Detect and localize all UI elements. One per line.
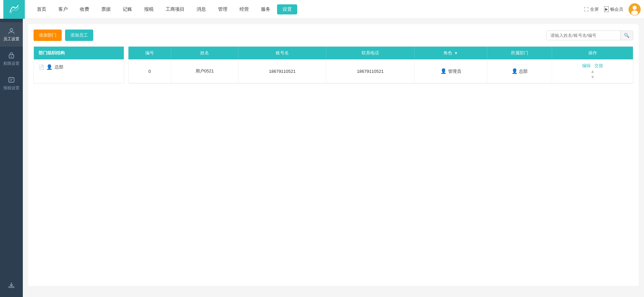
download-icon (7, 281, 15, 289)
role-label: 管理员 (448, 69, 461, 74)
dept-user-icon: 👤 (46, 64, 53, 70)
nav-accounting[interactable]: 记账 (117, 4, 138, 14)
search-icon: 🔍 (624, 33, 630, 38)
vip-icon: ▶ (604, 6, 609, 12)
col-header-account: 账号名 (238, 47, 326, 59)
table-row: 0 用户0521 18679110521 18679110521 👤 管理员 👤 (128, 59, 633, 83)
sidebar-item-employee[interactable]: 员工设置 (0, 22, 23, 47)
sidebar: 员工设置 权限设置 报税设置 (0, 19, 23, 297)
svg-rect-6 (9, 78, 14, 82)
fullscreen-icon: ⛶ (584, 7, 589, 12)
svg-rect-9 (9, 287, 14, 288)
dept-tree-header: 部门组织结构 (34, 47, 124, 59)
edit-button[interactable]: 编辑 (582, 63, 591, 69)
col-header-name: 姓名 (171, 47, 238, 59)
cell-account: 18679110521 (238, 59, 326, 83)
nav-operation[interactable]: 经营 (234, 4, 254, 14)
sidebar-item-download[interactable] (7, 276, 15, 294)
sidebar-taxsettings-label: 报税设置 (3, 85, 19, 91)
fullscreen-label: 全屏 (590, 6, 599, 12)
cell-phone: 18679110521 (326, 59, 414, 83)
permission-icon (7, 51, 15, 59)
employee-icon (7, 27, 15, 35)
nav-message[interactable]: 消息 (191, 4, 211, 14)
dept-name-label: 总部 (55, 64, 63, 70)
sidebar-item-permission[interactable]: 权限设置 (0, 47, 23, 71)
col-header-role: 角色 ▼ (414, 47, 487, 59)
row-scroll-arrows: ▲ ▼ (556, 69, 629, 80)
add-employee-button[interactable]: 添加员工 (65, 30, 93, 41)
svg-point-3 (10, 29, 13, 31)
content-card: 添加部门 添加员工 🔍 部门组织结构 📄 👤 (28, 24, 639, 286)
nav-menu: 首页 客户 收费 票据 记账 报税 工商项目 消息 管理 经营 服务 设置 (25, 4, 584, 14)
nav-invoice[interactable]: 票据 (96, 4, 116, 14)
cell-dept: 👤 总部 (487, 59, 552, 83)
nav-home[interactable]: 首页 (32, 4, 52, 14)
nav-customer[interactable]: 客户 (53, 4, 73, 14)
table-area: 部门组织结构 📄 👤 总部 编号 (34, 46, 633, 84)
dept-tree-body: 📄 👤 总部 (34, 59, 124, 75)
svg-point-1 (633, 6, 637, 10)
data-table-container: 编号 姓名 账号名 联系电话 角色 ▼ 所属部门 操作 (128, 46, 633, 84)
user-avatar[interactable] (629, 3, 641, 15)
nav-settings[interactable]: 设置 (277, 4, 297, 14)
sidebar-permission-label: 权限设置 (3, 61, 19, 66)
dept-file-icon: 📄 (39, 64, 44, 70)
svg-point-5 (11, 56, 12, 57)
dept-tree-item-root[interactable]: 📄 👤 总部 (37, 62, 120, 72)
role-user-icon: 👤 (440, 68, 447, 74)
sidebar-employee-label: 员工设置 (3, 36, 19, 42)
svg-point-2 (631, 10, 638, 15)
cell-role: 👤 管理员 (414, 59, 487, 83)
cell-actions: 编辑 交接 ▲ ▼ (552, 59, 633, 83)
employee-table: 编号 姓名 账号名 联系电话 角色 ▼ 所属部门 操作 (128, 47, 633, 83)
add-dept-button[interactable]: 添加部门 (34, 30, 62, 41)
col-header-id: 编号 (128, 47, 171, 59)
col-header-actions: 操作 (552, 47, 633, 59)
search-button[interactable]: 🔍 (620, 31, 633, 40)
cell-id: 0 (128, 59, 171, 83)
sidebar-item-taxsettings[interactable]: 报税设置 (0, 71, 23, 96)
nav-service[interactable]: 服务 (256, 4, 276, 14)
col-header-phone: 联系电话 (326, 47, 414, 59)
search-box: 🔍 (546, 31, 633, 40)
app-logo (3, 0, 25, 19)
vip-button[interactable]: ▶ 畅会员 (604, 6, 623, 12)
nav-right-area: ⛶ 全屏 ▶ 畅会员 (584, 3, 641, 15)
dept-user-icon2: 👤 (512, 68, 518, 74)
toolbar: 添加部门 添加员工 🔍 (34, 30, 633, 41)
nav-fee[interactable]: 收费 (74, 4, 95, 14)
role-filter-icon[interactable]: ▼ (454, 51, 458, 55)
main-layout: 员工设置 权限设置 报税设置 (0, 19, 644, 297)
top-navigation: 首页 客户 收费 票据 记账 报税 工商项目 消息 管理 经营 服务 设置 ⛶ … (0, 0, 644, 19)
search-input[interactable] (546, 31, 620, 40)
nav-business[interactable]: 工商项目 (160, 4, 190, 14)
main-content: 添加部门 添加员工 🔍 部门组织结构 📄 👤 (23, 19, 644, 297)
dept-tree: 部门组织结构 📄 👤 总部 (34, 46, 124, 84)
nav-tax[interactable]: 报税 (139, 4, 159, 14)
handover-button[interactable]: 交接 (594, 63, 603, 69)
nav-management[interactable]: 管理 (213, 4, 233, 14)
fullscreen-button[interactable]: ⛶ 全屏 (584, 6, 599, 12)
dept-label: 总部 (519, 69, 528, 74)
taxsettings-icon (7, 76, 15, 84)
cell-name: 用户0521 (171, 59, 238, 83)
vip-label: 畅会员 (610, 6, 623, 12)
col-header-dept: 所属部门 (487, 47, 552, 59)
